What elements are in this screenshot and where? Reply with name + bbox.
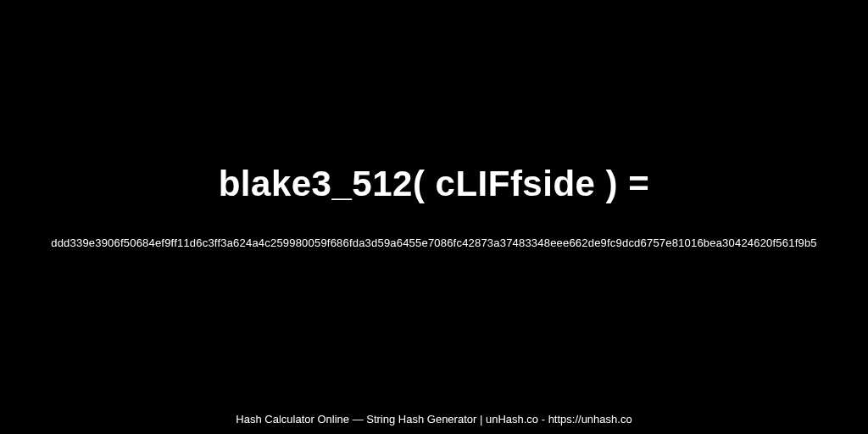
hash-expression-title: blake3_512( cLIFfside ) =: [219, 164, 650, 204]
main-content: blake3_512( cLIFfside ) = ddd339e3906f50…: [0, 0, 868, 413]
hash-value-output: ddd339e3906f50684ef9ff11d6c3ff3a624a4c25…: [51, 236, 817, 249]
footer-text: Hash Calculator Online — String Hash Gen…: [0, 413, 868, 434]
